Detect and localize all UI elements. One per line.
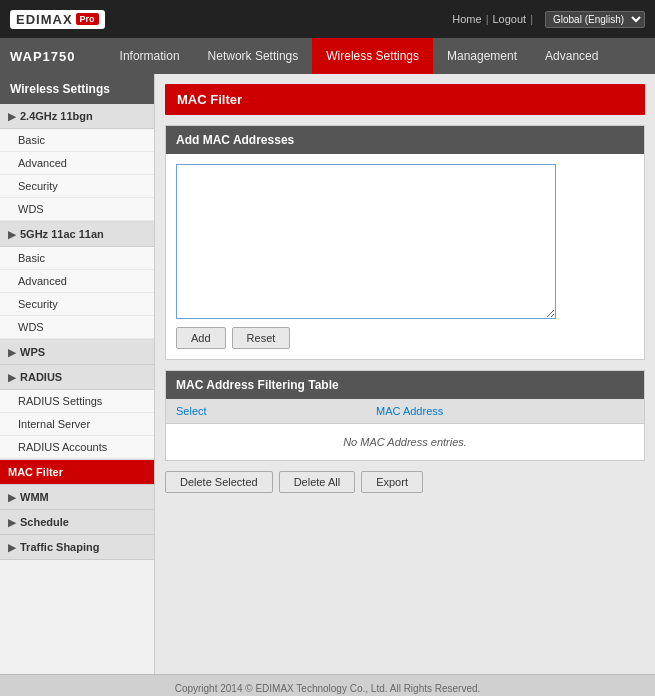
table-header-row: Select MAC Address <box>166 399 644 424</box>
nav-network-settings[interactable]: Network Settings <box>194 38 313 74</box>
sep1: | <box>486 13 489 25</box>
page-title: MAC Filter <box>165 84 645 115</box>
sidebar-group-radius: ▶ RADIUS RADIUS Settings Internal Server… <box>0 365 154 460</box>
main-content: MAC Filter Add MAC Addresses Add Reset M… <box>155 74 655 674</box>
nav-logout-link[interactable]: Logout <box>492 13 526 25</box>
add-mac-section-body: Add Reset <box>166 154 644 359</box>
sidebar-group-label-2ghz: 2.4GHz 11bgn <box>20 110 93 122</box>
sidebar-group-header-5ghz[interactable]: ▶ 5GHz 11ac 11an <box>0 222 154 247</box>
reset-button[interactable]: Reset <box>232 327 291 349</box>
sidebar-item-5ghz-wds[interactable]: WDS <box>0 316 154 339</box>
delete-all-button[interactable]: Delete All <box>279 471 355 493</box>
sidebar-item-mac-filter[interactable]: MAC Filter <box>0 460 154 485</box>
sidebar: Wireless Settings ▶ 2.4GHz 11bgn Basic A… <box>0 74 155 674</box>
arrow-schedule: ▶ <box>8 517 16 528</box>
nav-advanced[interactable]: Advanced <box>531 38 612 74</box>
sidebar-label-schedule: Schedule <box>20 516 69 528</box>
sep2: | <box>530 13 533 25</box>
table-empty-row: No MAC Address entries. <box>166 424 644 461</box>
top-nav-links: Home | Logout | Global (English) Chinese <box>452 11 645 28</box>
filter-table-body: Select MAC Address No MAC Address entrie… <box>166 399 644 460</box>
sidebar-group-header-2ghz[interactable]: ▶ 2.4GHz 11bgn <box>0 104 154 129</box>
sidebar-item-5ghz-security[interactable]: Security <box>0 293 154 316</box>
device-nav: WAP1750 Information Network Settings Wir… <box>0 38 655 74</box>
nav-management[interactable]: Management <box>433 38 531 74</box>
sidebar-item-5ghz-advanced[interactable]: Advanced <box>0 270 154 293</box>
sidebar-item-schedule[interactable]: ▶ Schedule <box>0 510 154 535</box>
logo-text: EDIMAX <box>16 12 73 27</box>
sidebar-item-wmm[interactable]: ▶ WMM <box>0 485 154 510</box>
logo-edimax: EDIMAX Pro <box>10 10 105 29</box>
sidebar-group-label-5ghz: 5GHz 11ac 11an <box>20 228 104 240</box>
add-mac-section: Add MAC Addresses Add Reset <box>165 125 645 360</box>
sidebar-item-2ghz-security[interactable]: Security <box>0 175 154 198</box>
sidebar-label-wmm: WMM <box>20 491 49 503</box>
add-button[interactable]: Add <box>176 327 226 349</box>
col-select: Select <box>166 399 366 424</box>
sidebar-group-2ghz: ▶ 2.4GHz 11bgn Basic Advanced Security W… <box>0 104 154 222</box>
sidebar-item-wps[interactable]: ▶ WPS <box>0 340 154 365</box>
filter-table-header: MAC Address Filtering Table <box>166 371 644 399</box>
sidebar-item-5ghz-basic[interactable]: Basic <box>0 247 154 270</box>
sidebar-label-radius: RADIUS <box>20 371 62 383</box>
main-nav: Information Network Settings Wireless Se… <box>106 38 613 74</box>
filter-table-section: MAC Address Filtering Table Select MAC A… <box>165 370 645 461</box>
table-empty-msg: No MAC Address entries. <box>166 424 644 461</box>
logo-pro: Pro <box>76 13 99 25</box>
footer-text: Copyright 2014 © EDIMAX Technology Co., … <box>175 683 481 694</box>
add-mac-section-header: Add MAC Addresses <box>166 126 644 154</box>
sidebar-item-radius-settings[interactable]: RADIUS Settings <box>0 390 154 413</box>
export-button[interactable]: Export <box>361 471 423 493</box>
nav-home-link[interactable]: Home <box>452 13 481 25</box>
sidebar-group-5ghz: ▶ 5GHz 11ac 11an Basic Advanced Security… <box>0 222 154 340</box>
sidebar-label-mac-filter: MAC Filter <box>8 466 63 478</box>
sidebar-group-header-radius[interactable]: ▶ RADIUS <box>0 365 154 390</box>
nav-information[interactable]: Information <box>106 38 194 74</box>
arrow-wmm: ▶ <box>8 492 16 503</box>
device-name: WAP1750 <box>10 49 76 64</box>
col-mac: MAC Address <box>366 399 644 424</box>
top-header: EDIMAX Pro Home | Logout | Global (Engli… <box>0 0 655 38</box>
logo-area: EDIMAX Pro <box>10 10 105 29</box>
sidebar-item-radius-internal[interactable]: Internal Server <box>0 413 154 436</box>
sidebar-item-radius-accounts[interactable]: RADIUS Accounts <box>0 436 154 459</box>
sidebar-item-2ghz-advanced[interactable]: Advanced <box>0 152 154 175</box>
lang-select[interactable]: Global (English) Chinese <box>545 11 645 28</box>
action-row: Delete Selected Delete All Export <box>165 471 645 493</box>
nav-wireless-settings[interactable]: Wireless Settings <box>312 38 433 74</box>
arrow-wps: ▶ <box>8 347 16 358</box>
footer: Copyright 2014 © EDIMAX Technology Co., … <box>0 674 655 696</box>
sidebar-title: Wireless Settings <box>0 74 154 104</box>
main-layout: Wireless Settings ▶ 2.4GHz 11bgn Basic A… <box>0 74 655 674</box>
filter-table: Select MAC Address No MAC Address entrie… <box>166 399 644 460</box>
mac-btn-row: Add Reset <box>176 327 634 349</box>
sidebar-label-wps: WPS <box>20 346 45 358</box>
delete-selected-button[interactable]: Delete Selected <box>165 471 273 493</box>
sidebar-item-2ghz-wds[interactable]: WDS <box>0 198 154 221</box>
sidebar-item-2ghz-basic[interactable]: Basic <box>0 129 154 152</box>
sidebar-item-traffic-shaping[interactable]: ▶ Traffic Shaping <box>0 535 154 560</box>
sidebar-label-traffic-shaping: Traffic Shaping <box>20 541 99 553</box>
arrow-5ghz: ▶ <box>8 229 16 240</box>
arrow-radius: ▶ <box>8 372 16 383</box>
mac-textarea[interactable] <box>176 164 556 319</box>
arrow-2ghz: ▶ <box>8 111 16 122</box>
arrow-traffic-shaping: ▶ <box>8 542 16 553</box>
